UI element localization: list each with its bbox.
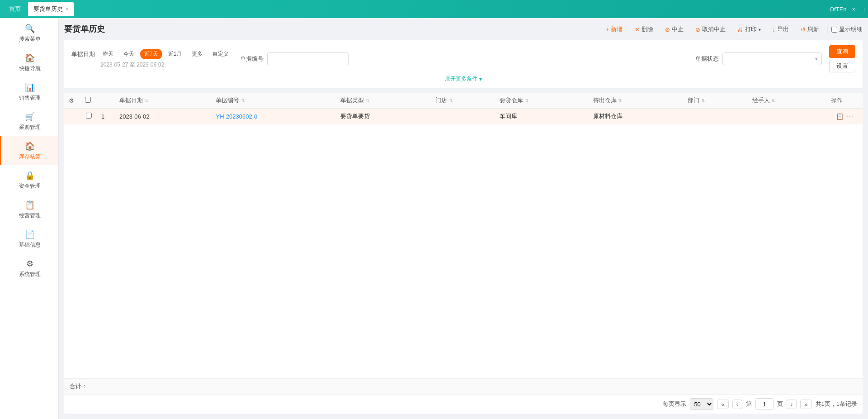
more-ops-icon[interactable]: ⋯ <box>847 113 853 120</box>
date-filter-label: 单据日期 <box>71 50 95 58</box>
date-btn-7days[interactable]: 近7天 <box>140 49 162 59</box>
delete-button[interactable]: ✕ 删除 <box>630 24 658 35</box>
search-icon: 🔍 <box>25 24 35 33</box>
sidebar-item-quicknav[interactable]: 🏠 快捷导航 <box>0 48 58 77</box>
sidebar-item-search[interactable]: 🔍 搜索菜单 <box>0 18 58 48</box>
row-handler <box>748 109 826 124</box>
page-label: 第 <box>746 400 752 408</box>
sidebar-operations-label: 经营管理 <box>19 212 41 219</box>
col-dept[interactable]: 部门 ⇅ <box>683 93 747 109</box>
tab-home[interactable]: 首页 <box>4 2 26 16</box>
row-index: 1 <box>97 109 115 124</box>
billno-filter: 单据编号 <box>240 52 349 65</box>
operations-icon: 📋 <box>25 201 35 209</box>
filter-card: 单据日期 昨天 今天 近7天 近1月 更多 自定义 2023-05-27 至 2… <box>64 40 863 88</box>
status-label: 单据状态 <box>695 55 719 63</box>
page-title: 要货单历史 <box>64 24 105 34</box>
row-wait-warehouse: 原材料仓库 <box>589 109 684 124</box>
col-handler[interactable]: 经手人 ⇅ <box>748 93 826 109</box>
settings-button[interactable]: 设置 <box>829 60 855 72</box>
expand-more-btn[interactable]: 展开更多条件 ▾ <box>71 75 855 83</box>
col-store[interactable]: 门店 ⇅ <box>431 93 495 109</box>
date-range-text: 2023-05-27 至 2023-06-02 <box>100 61 164 69</box>
close-window-icon[interactable]: × <box>852 6 856 13</box>
row-checkbox[interactable] <box>80 109 97 124</box>
page-size-label: 每页显示 <box>663 400 686 408</box>
maximize-icon[interactable]: □ <box>861 6 864 13</box>
status-dropdown-icon: ▾ <box>815 56 818 62</box>
data-table: ⚙ 单据日期 ⇅ 单据编号 ⇅ 单据类型 ⇅ 门店 ⇅ 要货仓库 ⇅ 待出仓库 … <box>64 93 863 124</box>
prev-page-btn[interactable]: ‹ <box>732 400 742 409</box>
sidebar-item-purchase[interactable]: 🛒 采购管理 <box>0 106 58 136</box>
sidebar-quicknav-label: 快捷导航 <box>19 65 41 72</box>
tab-history[interactable]: 要货单历史 × <box>28 2 74 16</box>
export-button[interactable]: ↓ 导出 <box>768 24 794 35</box>
sidebar-purchase-label: 采购管理 <box>19 124 41 131</box>
date-btn-yesterday[interactable]: 昨天 <box>99 49 118 59</box>
table-scroll[interactable]: ⚙ 单据日期 ⇅ 单据编号 ⇅ 单据类型 ⇅ 门店 ⇅ 要货仓库 ⇅ 待出仓库 … <box>64 93 863 378</box>
delete-icon: ✕ <box>635 26 640 33</box>
first-page-btn[interactable]: « <box>717 400 728 409</box>
row-settings <box>64 109 80 124</box>
top-bar: 首页 要货单历史 × OfTEn × □ <box>0 0 868 18</box>
chevron-down-icon: ▾ <box>479 76 482 82</box>
main-layout: 🔍 搜索菜单 🏠 快捷导航 📊 销售管理 🛒 采购管理 🏠 库存核算 🔒 资金管… <box>0 18 868 419</box>
col-wait-warehouse[interactable]: 待出仓库 ⇅ <box>589 93 684 109</box>
col-req-warehouse[interactable]: 要货仓库 ⇅ <box>495 93 588 109</box>
sidebar-item-inventory[interactable]: 🏠 库存核算 <box>0 136 58 165</box>
refresh-button[interactable]: ↺ 刷新 <box>796 24 824 35</box>
col-index <box>97 93 115 109</box>
date-btn-today[interactable]: 今天 <box>119 49 138 59</box>
sidebar-item-basic[interactable]: 📄 基础信息 <box>0 224 58 253</box>
col-settings[interactable]: ⚙ <box>64 93 80 109</box>
current-page-input[interactable] <box>755 398 774 410</box>
date-btn-custom[interactable]: 自定义 <box>208 49 233 59</box>
billno-link[interactable]: YH-20230602-0 <box>216 113 257 120</box>
sidebar-item-system[interactable]: ⚙ 系统管理 <box>0 253 58 283</box>
top-bar-right: OfTEn × □ <box>830 6 864 13</box>
col-billno[interactable]: 单据编号 ⇅ <box>211 93 336 109</box>
page-unit: 页 <box>777 400 783 408</box>
print-button[interactable]: 🖨 打印 ▾ <box>733 24 765 35</box>
sidebar-item-finance[interactable]: 🔒 资金管理 <box>0 165 58 195</box>
col-checkbox <box>80 93 97 109</box>
row-date: 2023-06-02 <box>115 109 211 124</box>
sidebar-item-sales[interactable]: 📊 销售管理 <box>0 77 58 106</box>
sidebar-inventory-label: 库存核算 <box>19 153 41 161</box>
cancel-stop-button[interactable]: ⊘ 取消中止 <box>691 24 730 35</box>
sidebar-finance-label: 资金管理 <box>19 182 41 190</box>
status-select[interactable]: ▾ <box>722 52 822 65</box>
edit-icon[interactable]: 📋 <box>836 113 844 120</box>
row-dept <box>683 109 747 124</box>
often-label[interactable]: OfTEn <box>830 6 847 13</box>
billno-input[interactable] <box>267 52 349 65</box>
page-size-select[interactable]: 50 10 20 100 <box>690 398 713 410</box>
sidebar-item-operations[interactable]: 📋 经营管理 <box>0 195 58 224</box>
sidebar-sales-label: 销售管理 <box>19 94 41 102</box>
row-billno: YH-20230602-0 <box>211 109 336 124</box>
date-filter: 单据日期 昨天 今天 近7天 近1月 更多 自定义 2023-05-27 至 2… <box>71 49 233 69</box>
date-btn-more[interactable]: 更多 <box>188 49 207 59</box>
row-type: 要货单要货 <box>336 109 431 124</box>
row-ops: 📋 ⋯ <box>826 109 863 124</box>
row-select-checkbox[interactable] <box>86 113 92 119</box>
cancel-stop-icon: ⊘ <box>695 26 700 33</box>
stop-button[interactable]: ⊘ 中止 <box>660 24 688 35</box>
basic-icon: 📄 <box>25 230 35 238</box>
last-page-btn[interactable]: » <box>800 400 811 409</box>
sidebar-search-label: 搜索菜单 <box>19 35 41 43</box>
export-icon: ↓ <box>773 26 776 33</box>
total-info: 共1页，1条记录 <box>816 400 857 408</box>
close-tab-icon[interactable]: × <box>66 6 68 12</box>
date-btn-1month[interactable]: 近1月 <box>164 49 186 59</box>
display-cell-checkbox[interactable]: 显示明细 <box>831 25 863 33</box>
new-button[interactable]: + 新增 <box>601 24 627 35</box>
query-button[interactable]: 查询 <box>829 45 855 58</box>
next-page-btn[interactable]: › <box>787 400 797 409</box>
select-all-checkbox[interactable] <box>85 97 91 103</box>
display-cell-input[interactable] <box>831 27 837 33</box>
sidebar-basic-label: 基础信息 <box>19 241 41 249</box>
col-ops: 操作 <box>826 93 863 109</box>
col-date[interactable]: 单据日期 ⇅ <box>115 93 211 109</box>
col-type[interactable]: 单据类型 ⇅ <box>336 93 431 109</box>
